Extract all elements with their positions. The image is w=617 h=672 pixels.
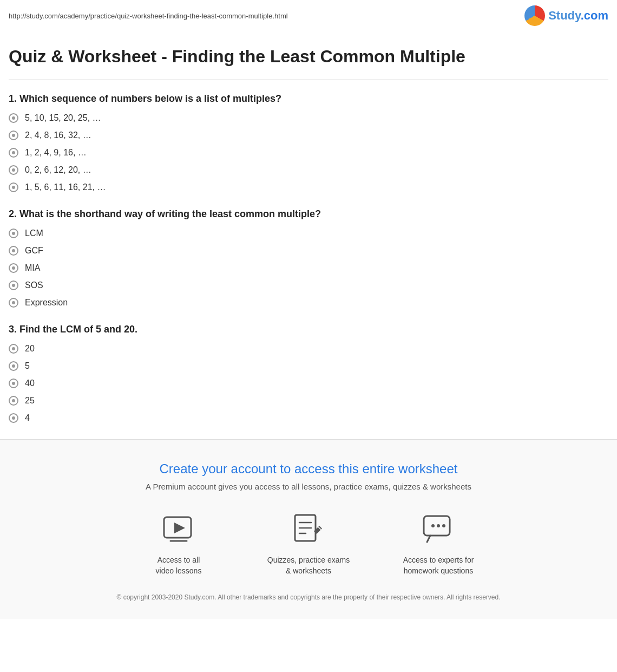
question-3-text: 3. Find the LCM of 5 and 20. [9, 324, 608, 335]
radio-3-2[interactable] [9, 361, 18, 371]
option-label-3-5: 4 [25, 413, 30, 423]
option-label-1-2: 2, 4, 8, 16, 32, … [25, 131, 91, 140]
radio-2-2[interactable] [9, 246, 18, 256]
radio-1-4[interactable] [9, 165, 18, 175]
question-1-text: 1. Which sequence of numbers below is a … [9, 93, 608, 105]
question-3-option-5[interactable]: 4 [9, 413, 608, 423]
question-2: 2. What is the shorthand way of writing … [9, 208, 608, 308]
svg-marker-1 [174, 523, 185, 533]
feature-video-label: Access to allvideo lessons [156, 555, 202, 576]
option-label-3-4: 25 [25, 396, 35, 406]
logo-text-study: Study [548, 9, 580, 22]
question-3-option-4[interactable]: 25 [9, 396, 608, 406]
question-1-option-5[interactable]: 1, 5, 6, 11, 16, 21, … [9, 182, 608, 192]
question-1-option-4[interactable]: 0, 2, 6, 12, 20, … [9, 165, 608, 175]
video-icon [160, 511, 198, 549]
option-label-2-3: MIA [25, 263, 40, 273]
radio-1-2[interactable] [9, 131, 18, 140]
footer-promo: Create your account to access this entir… [0, 439, 617, 619]
question-3-option-1[interactable]: 20 [9, 344, 608, 354]
option-label-1-4: 0, 2, 6, 12, 20, … [25, 165, 91, 175]
option-label-2-2: GCF [25, 246, 43, 256]
feature-quizzes-label: Quizzes, practice exams& worksheets [267, 555, 350, 576]
option-label-2-5: Expression [25, 298, 68, 308]
page-title: Quiz & Worksheet - Finding the Least Com… [9, 47, 608, 67]
copyright: © copyright 2003-2020 Study.com. All oth… [9, 592, 608, 603]
promo-subtitle: A Premium account gives you access to al… [9, 482, 608, 491]
radio-2-1[interactable] [9, 229, 18, 238]
question-3-option-2[interactable]: 5 [9, 361, 608, 371]
radio-3-5[interactable] [9, 413, 18, 423]
feature-video: Access to allvideo lessons [135, 511, 222, 576]
radio-2-5[interactable] [9, 298, 18, 308]
questions-container: 1. Which sequence of numbers below is a … [9, 93, 608, 423]
question-2-option-5[interactable]: Expression [9, 298, 608, 308]
question-2-option-1[interactable]: LCM [9, 229, 608, 238]
question-1-option-2[interactable]: 2, 4, 8, 16, 32, … [9, 131, 608, 140]
question-3: 3. Find the LCM of 5 and 20.20540254 [9, 324, 608, 423]
question-1-option-3[interactable]: 1, 2, 4, 9, 16, … [9, 148, 608, 158]
question-2-option-4[interactable]: SOS [9, 280, 608, 290]
feature-quizzes: Quizzes, practice exams& worksheets [265, 511, 352, 576]
option-label-3-3: 40 [25, 379, 35, 388]
top-bar: http://study.com/academy/practice/quiz-w… [0, 0, 617, 30]
radio-3-4[interactable] [9, 396, 18, 406]
radio-1-3[interactable] [9, 148, 18, 158]
quiz-icon [290, 511, 327, 549]
radio-3-1[interactable] [9, 344, 18, 354]
logo-text-dot: .com [581, 9, 608, 22]
option-label-3-2: 5 [25, 361, 30, 371]
logo-text: Study.com [548, 9, 608, 23]
study-logo-circle [524, 5, 545, 26]
option-label-1-5: 1, 5, 6, 11, 16, 21, … [25, 182, 106, 192]
svg-point-11 [442, 524, 445, 527]
feature-experts: Access to experts forhomework questions [395, 511, 482, 576]
feature-experts-label: Access to experts forhomework questions [403, 555, 474, 576]
url-display: http://study.com/academy/practice/quiz-w… [9, 12, 288, 20]
option-label-1-3: 1, 2, 4, 9, 16, … [25, 148, 87, 158]
question-2-text: 2. What is the shorthand way of writing … [9, 208, 608, 220]
option-label-2-4: SOS [25, 280, 43, 290]
features-row: Access to allvideo lessons Quizzes, prac… [9, 511, 608, 576]
expert-icon [419, 511, 457, 549]
radio-2-3[interactable] [9, 263, 18, 273]
question-3-option-3[interactable]: 40 [9, 379, 608, 388]
radio-1-1[interactable] [9, 113, 18, 123]
svg-point-10 [437, 524, 440, 527]
question-1-option-1[interactable]: 5, 10, 15, 20, 25, … [9, 113, 608, 123]
radio-1-5[interactable] [9, 182, 18, 192]
logo-area: Study.com [524, 5, 608, 26]
main-content: Quiz & Worksheet - Finding the Least Com… [0, 30, 617, 423]
question-1: 1. Which sequence of numbers below is a … [9, 93, 608, 192]
question-2-option-2[interactable]: GCF [9, 246, 608, 256]
radio-3-3[interactable] [9, 379, 18, 388]
option-label-1-1: 5, 10, 15, 20, 25, … [25, 113, 101, 123]
title-divider [9, 80, 608, 80]
question-2-option-3[interactable]: MIA [9, 263, 608, 273]
svg-point-9 [431, 524, 435, 527]
radio-2-4[interactable] [9, 280, 18, 290]
option-label-2-1: LCM [25, 229, 43, 238]
promo-title: Create your account to access this entir… [9, 461, 608, 477]
option-label-3-1: 20 [25, 344, 35, 354]
